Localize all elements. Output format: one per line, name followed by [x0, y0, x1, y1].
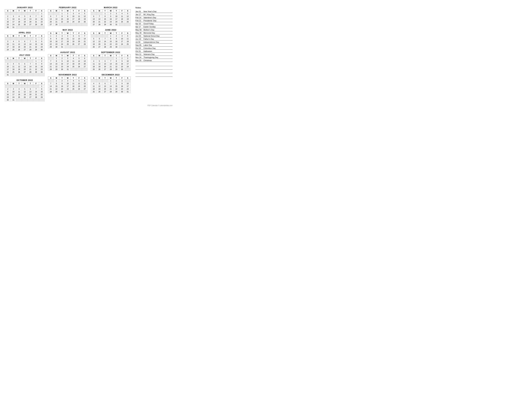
calendar-day: 19: [91, 43, 96, 46]
calendar-day: 9: [39, 40, 45, 43]
calendar-day: 18: [71, 85, 76, 88]
calendar-day: 28: [33, 23, 39, 26]
calendar-day: 29: [39, 23, 45, 26]
calendar-day: 26: [91, 46, 96, 48]
calendar-day: 2: [39, 37, 45, 40]
calendar-day: 26: [82, 20, 87, 23]
calendar-day: 28: [33, 96, 39, 99]
calendar-day: 8: [114, 60, 119, 63]
calendar-day: 16: [114, 40, 119, 43]
calendar-day: [65, 46, 70, 48]
note-label: Independence Day: [143, 41, 159, 43]
calendar-day: 4: [125, 35, 130, 37]
calendar-day: 25: [16, 96, 22, 99]
calendar-day: 12: [76, 60, 82, 63]
calendar-day: 22: [54, 65, 59, 68]
calendar-day: 15: [33, 65, 39, 68]
calendar-day: [5, 60, 11, 63]
calendar-day: 26: [22, 96, 28, 99]
calendar-day: 17: [5, 68, 11, 71]
note-date: Jun 19: [135, 38, 142, 40]
calendar-day: 23: [54, 43, 59, 46]
calendar-day: 20: [82, 63, 87, 65]
calendar-day: 3: [119, 35, 125, 37]
calendar-day: 16: [59, 63, 65, 65]
calendar-day: 25: [91, 68, 96, 71]
calendar-day: [76, 90, 82, 93]
calendar-day: 25: [76, 20, 82, 23]
calendar-day: 6: [28, 88, 33, 90]
calendar-day: 26: [125, 20, 130, 23]
calendar-day: 9: [119, 82, 125, 85]
calendar-day: 31: [114, 23, 119, 26]
calendar-day: 16: [65, 18, 70, 20]
month-block-july-2022: JULY 2022SMTWTFS123456789101112131415161…: [5, 54, 45, 76]
calendar-day: 25: [119, 20, 125, 23]
calendar-day: 13: [28, 90, 33, 93]
calendar-day: 14: [33, 90, 39, 93]
calendar-day: 30: [59, 68, 65, 71]
calendar-day: [82, 23, 87, 26]
calendar-day: 10: [5, 65, 11, 68]
calendar-day: 29: [48, 46, 54, 48]
calendar-day: [96, 12, 102, 15]
calendar-day: 31: [59, 46, 65, 48]
calendar-day: 31: [11, 26, 16, 29]
calendar-day: 10: [125, 82, 130, 85]
day-header: W: [22, 57, 28, 60]
calendar-day: 4: [91, 82, 96, 85]
calendar-day: 10: [11, 18, 16, 20]
calendar-column-3: MARCH 2022SMTWTFS12345678910111213141516…: [91, 6, 131, 101]
calendar-day: 14: [54, 18, 59, 20]
calendar-day: [59, 23, 65, 26]
calendar-day: 21: [28, 68, 33, 71]
calendar-day: 7: [96, 15, 102, 18]
calendar-day: 6: [22, 63, 28, 65]
calendar-day: 17: [65, 63, 70, 65]
day-header: F: [76, 32, 82, 35]
calendar-day: [16, 12, 22, 15]
calendar-day: 9: [5, 18, 11, 20]
calendar-day: [96, 57, 102, 60]
note-item: Feb 14Valentine's Day: [135, 16, 172, 19]
calendar-day: 18: [125, 40, 130, 43]
calendar-day: 1: [108, 79, 114, 82]
calendar-day: 27: [76, 43, 82, 46]
calendar-day: 21: [28, 46, 33, 48]
calendar-day: [108, 57, 114, 60]
calendar-day: 12: [22, 18, 28, 20]
day-header: T: [102, 77, 108, 79]
calendar-day: 27: [82, 65, 87, 68]
calendar-day: [102, 35, 108, 37]
calendar-table: SMTWTFS123456789101112131415161718192021…: [91, 76, 131, 93]
calendar-day: 19: [22, 20, 28, 23]
calendar-day: 12: [82, 15, 87, 18]
day-header: F: [119, 54, 125, 57]
calendar-day: 30: [114, 46, 119, 48]
calendar-day: 21: [96, 20, 102, 23]
month-title: JULY 2022: [5, 54, 45, 56]
calendar-day: 24: [59, 43, 65, 46]
calendar-day: 4: [16, 88, 22, 90]
calendar-day: 20: [96, 43, 102, 46]
calendar-day: 26: [16, 71, 22, 74]
calendar-day: 21: [33, 93, 39, 96]
calendar-day: [33, 74, 39, 76]
calendar-day: 27: [22, 48, 28, 51]
calendar-day: 1: [54, 79, 59, 82]
day-header: M: [54, 9, 59, 12]
note-date: Oct 10: [135, 47, 142, 49]
day-header: S: [39, 57, 45, 60]
calendar-day: [91, 57, 96, 60]
calendar-day: 15: [114, 63, 119, 65]
note-label: Halloween: [143, 50, 152, 52]
calendar-day: [22, 85, 28, 88]
month-title: MAY 2022: [48, 29, 88, 31]
month-title: MARCH 2022: [91, 6, 131, 9]
month-block-august-2022: AUGUST 2022SMTWTFS1234567891011121314151…: [48, 51, 88, 71]
calendar-day: 27: [102, 90, 108, 93]
day-header: S: [39, 9, 45, 12]
day-header: S: [5, 57, 11, 60]
calendar-day: 23: [119, 88, 125, 90]
month-title: AUGUST 2022: [48, 51, 88, 54]
